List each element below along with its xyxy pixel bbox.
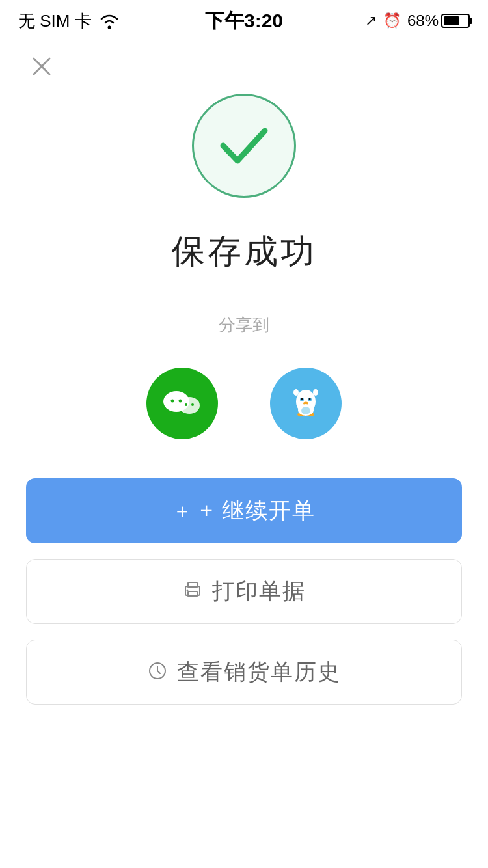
svg-point-6 [179,400,182,403]
svg-point-20 [313,389,318,396]
qq-share-button[interactable] [270,368,342,439]
print-button[interactable]: 打印单据 [26,559,462,624]
status-time: 下午3:20 [205,8,283,34]
carrier-text: 无 SIM 卡 [18,10,92,33]
history-icon [147,660,168,685]
continue-label: + 继续开单 [200,496,315,526]
success-title: 保存成功 [171,229,317,275]
close-icon [30,55,53,78]
share-section: 分享到 [0,314,488,439]
wechat-share-button[interactable] [146,368,218,439]
divider-line-left [39,325,203,325]
battery-bar [441,14,470,28]
status-left: 无 SIM 卡 [18,10,120,33]
svg-point-19 [293,389,299,396]
battery-indicator: 68% [407,12,470,30]
battery-percentage: 68% [407,12,439,30]
qq-logo [284,382,327,425]
main-content: 保存成功 分享到 [0,42,488,868]
print-label: 打印单据 [212,576,306,606]
checkmark-icon [218,123,270,169]
svg-point-5 [171,400,174,403]
alarm-icon: ⏰ [383,12,401,29]
continue-button[interactable]: ＋ + 继续开单 [26,478,462,543]
wechat-logo [159,381,205,426]
location-icon: ↗ [365,12,377,29]
print-icon [182,580,203,604]
battery-fill [444,16,459,25]
close-button[interactable] [23,48,60,85]
success-circle [192,94,296,198]
button-group: ＋ + 继续开单 打印单据 查看销货单历史 [0,478,488,705]
svg-point-4 [179,397,200,414]
plus-icon: ＋ [172,501,193,521]
svg-point-0 [107,26,111,29]
history-button[interactable]: 查看销货单历史 [26,640,462,705]
status-right: ↗ ⏰ 68% [365,12,470,30]
svg-point-18 [301,407,310,414]
share-label: 分享到 [203,314,285,336]
svg-point-12 [301,398,303,400]
svg-point-24 [187,589,189,591]
svg-point-13 [309,398,311,400]
svg-point-7 [185,403,187,406]
divider-line-right [285,325,449,325]
share-icons [146,368,342,439]
wifi-icon [98,12,120,29]
share-divider: 分享到 [0,314,488,336]
status-bar: 无 SIM 卡 下午3:20 ↗ ⏰ 68% [0,0,488,42]
history-label: 查看销货单历史 [177,657,341,687]
svg-point-8 [191,403,194,406]
